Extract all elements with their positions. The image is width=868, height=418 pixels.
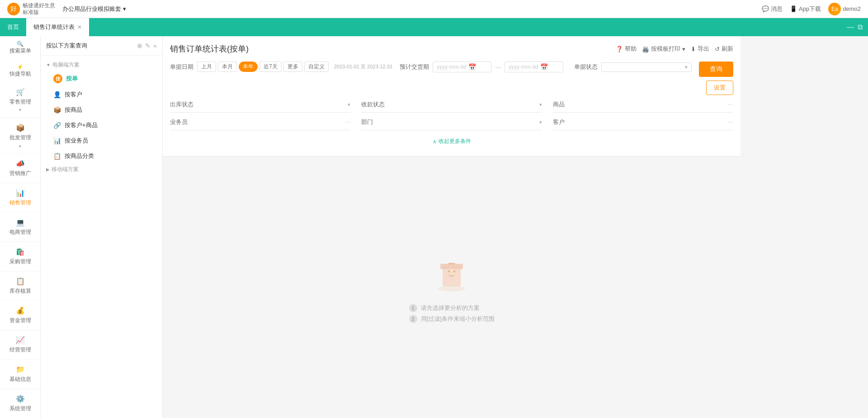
wholesale-icon: 📦: [16, 124, 25, 132]
receipt-status-label: 收款状态: [361, 100, 385, 109]
app-download-button[interactable]: 📱 App下载: [790, 5, 821, 13]
customer-more-icon[interactable]: ···: [727, 118, 733, 126]
finance-icon: 💰: [16, 306, 25, 315]
collapse-bar[interactable]: ∧ 收起更多条件: [170, 134, 733, 149]
scheme-item-by-customer-goods[interactable]: 🔗 按客户+商品: [41, 118, 162, 133]
salesperson-more-icon[interactable]: ···: [344, 118, 350, 126]
empty-hints: 1 请先选择要分析的方案 2 用[过滤]条件来缩小分析范围: [409, 303, 495, 324]
sidebar-search[interactable]: 🔍 搜索菜单: [0, 36, 40, 59]
message-button[interactable]: 💬 消息: [762, 5, 783, 13]
date-btn-this-month[interactable]: 本月: [218, 62, 237, 72]
goods-scheme-icon: 📦: [53, 106, 61, 114]
window-minimize-icon[interactable]: —: [847, 23, 854, 31]
empty-state-image: [429, 250, 474, 295]
collapse-panel-button[interactable]: «: [153, 42, 157, 49]
top-bar-right: 💬 消息 📱 App下载 Ea demo2: [762, 3, 861, 15]
add-scheme-button[interactable]: ⊕: [137, 42, 142, 49]
left-panel-actions: ⊕ ✎ «: [137, 42, 157, 49]
operation-icon: 📈: [16, 336, 25, 344]
out-status-select[interactable]: ▾: [197, 102, 350, 108]
out-status-label: 出库状态: [170, 100, 193, 109]
goods-more-icon[interactable]: ···: [727, 100, 733, 109]
scheme-item-by-goods-category[interactable]: 📋 按商品分类: [41, 148, 162, 164]
user-menu[interactable]: Ea demo2: [828, 3, 861, 15]
sidebar-quick-nav[interactable]: ⚡ 快捷导航: [0, 59, 40, 82]
scheme-item-by-goods[interactable]: 📦 按商品: [41, 102, 162, 118]
department-label: 部门: [361, 118, 373, 126]
date-btn-last-7-days[interactable]: 近7天: [259, 62, 282, 72]
expected-date-start[interactable]: yyyy-mm-dd 📅: [433, 62, 491, 72]
settings-button[interactable]: 设置: [706, 81, 733, 95]
receipt-status-select[interactable]: ▾: [388, 102, 542, 108]
sidebar-item-inventory[interactable]: 📋 库存核算: [0, 271, 40, 301]
date-btn-more[interactable]: 更多: [283, 62, 302, 72]
expected-date-end[interactable]: yyyy-mm-dd 📅: [505, 62, 563, 72]
help-button[interactable]: ❓ 帮助: [616, 45, 637, 53]
main-layout: 🔍 搜索菜单 ⚡ 快捷导航 🛒 零售管理 ▼ 📦 批发管理 ▲ 📣 营销推广 📊…: [0, 36, 868, 418]
goods-label: 商品: [553, 100, 565, 109]
logo-area: 好 畅捷通好生意 标准版: [7, 2, 55, 15]
top-bar: 好 畅捷通好生意 标准版 办公用品行业模拟账套 ▾ 💬 消息 📱 App下载 E…: [0, 0, 868, 18]
hint-item-2: 2 用[过滤]条件来缩小分析范围: [409, 314, 495, 324]
purchase-icon: 🛍️: [16, 247, 25, 256]
logo-text: 畅捷通好生意 标准版: [23, 2, 55, 15]
svg-point-5: [453, 271, 455, 272]
receipt-status-chevron-icon: ▾: [539, 102, 542, 108]
svg-rect-6: [448, 263, 455, 265]
tab-home[interactable]: 首页: [0, 18, 26, 36]
sidebar-item-purchase[interactable]: 🛍️ 采购管理: [0, 242, 40, 271]
sidebar-item-marketing[interactable]: 📣 营销推广: [0, 154, 40, 183]
sidebar-item-operation[interactable]: 📈 经营管理: [0, 330, 40, 360]
window-maximize-icon[interactable]: ⧉: [858, 23, 863, 31]
export-button[interactable]: ⬇ 导出: [691, 45, 709, 53]
sidebar-item-retail[interactable]: 🛒 零售管理 ▼: [0, 82, 40, 118]
scheme-item-by-salesperson[interactable]: 📊 按业务员: [41, 133, 162, 148]
out-status-chevron-icon: ▾: [348, 102, 350, 108]
print-arrow-icon: ▾: [682, 46, 685, 52]
avatar: Ea: [828, 3, 841, 15]
sidebar-item-sales[interactable]: 📊 销售管理: [0, 183, 40, 213]
edit-scheme-button[interactable]: ✎: [145, 42, 151, 49]
refresh-icon: ↺: [715, 46, 720, 52]
sidebar: 🔍 搜索菜单 ⚡ 快捷导航 🛒 零售管理 ▼ 📦 批发管理 ▲ 📣 营销推广 📊…: [0, 36, 41, 418]
mobile-scheme-category[interactable]: ▶ 移动端方案: [41, 164, 162, 175]
scheme-item-by-customer[interactable]: 👤 按客户: [41, 87, 162, 102]
department-select[interactable]: ▾: [377, 119, 542, 125]
sidebar-item-system[interactable]: ⚙️ 系统管理: [0, 389, 40, 418]
sidebar-item-finance[interactable]: 💰 资金管理: [0, 301, 40, 330]
print-button[interactable]: 🖨️ 按模板打印 ▾: [642, 45, 685, 53]
status-label: 单据状态: [574, 63, 598, 71]
customer-label: 客户: [553, 118, 565, 126]
sidebar-item-ecommerce[interactable]: 💻 电商管理: [0, 213, 40, 242]
svg-point-0: [438, 286, 465, 291]
scheme-item-by-order[interactable]: 按 按单: [41, 71, 162, 87]
page-title: 销售订单统计表(按单): [170, 43, 249, 54]
sidebar-item-basic[interactable]: 📁 基础信息: [0, 360, 40, 389]
refresh-button[interactable]: ↺ 刷新: [715, 45, 733, 53]
filter-row-3: 业务员 ··· 部门 ▾ 客户 ···: [170, 118, 733, 130]
nav-icon: ⚡: [17, 64, 24, 70]
query-button[interactable]: 查询: [699, 62, 733, 77]
logo-icon: 好: [7, 3, 20, 15]
date-btn-last-month[interactable]: 上月: [197, 62, 216, 72]
page-title-bar: 销售订单统计表(按单) ❓ 帮助 🖨️ 按模板打印 ▾ ⬇: [170, 43, 733, 54]
desktop-scheme-category[interactable]: ▼ 电脑端方案: [41, 59, 162, 71]
sales-icon: 📊: [16, 189, 25, 197]
calendar-start-icon: 📅: [468, 63, 476, 71]
page-actions: ❓ 帮助 🖨️ 按模板打印 ▾ ⬇ 导出 ↺: [616, 45, 733, 53]
message-icon: 💬: [762, 5, 769, 12]
download-icon: 📱: [790, 5, 797, 12]
mobile-category-expand-icon: ▶: [46, 167, 50, 172]
help-icon: ❓: [616, 46, 623, 52]
active-scheme-dot: 按: [53, 74, 62, 83]
date-btn-this-year[interactable]: 本年: [239, 62, 258, 72]
status-select[interactable]: ▾: [601, 62, 692, 72]
marketing-icon: 📣: [16, 159, 25, 168]
tab-sales-order-stats[interactable]: 销售订单统计表 ✕: [26, 18, 89, 36]
date-btn-custom[interactable]: 自定义: [304, 62, 329, 72]
retail-icon: 🛒: [16, 88, 25, 96]
content-wrapper: 按以下方案查询 ⊕ ✎ « ▼ 电脑端方案 按 按单 👤 按客户: [41, 36, 741, 418]
company-selector[interactable]: 办公用品行业模拟账套 ▾: [59, 3, 130, 15]
sidebar-item-wholesale[interactable]: 📦 批发管理 ▲: [0, 118, 40, 154]
tab-close-icon[interactable]: ✕: [77, 24, 82, 30]
